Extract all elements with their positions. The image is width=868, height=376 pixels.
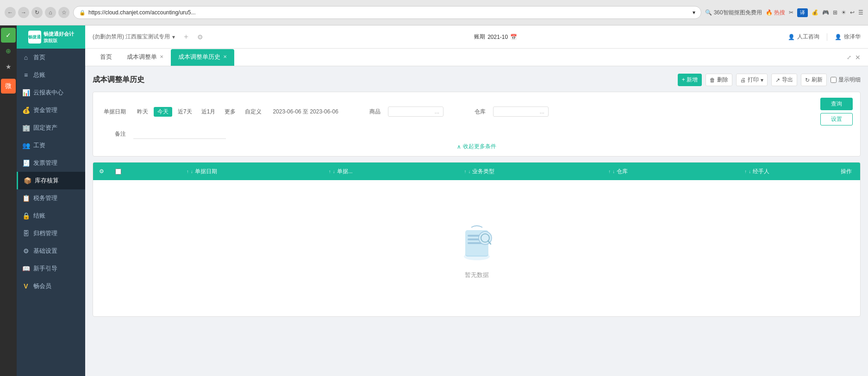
settings-gear-icon[interactable]: ⚙ — [197, 33, 203, 41]
new-btn[interactable]: + 新增 — [678, 74, 702, 86]
delete-btn[interactable]: 🗑 删除 — [706, 74, 732, 86]
company-selector[interactable]: (勿删勿禁用) 江西服宝测试专用 ▾ — [93, 33, 175, 41]
tab-maximize-icon[interactable]: ⤢ — [847, 54, 851, 61]
show-detail-label: 显示明细 — [838, 76, 861, 84]
forward-button[interactable]: → — [18, 7, 29, 18]
th-num[interactable]: ↑ ↓ 单据... — [277, 168, 404, 175]
warehouse-dots[interactable]: ... — [540, 108, 544, 115]
sidebar-item-guide[interactable]: 📖 新手引导 — [17, 260, 85, 277]
sidebar-item-invoice[interactable]: 🧾 发票管理 — [17, 154, 85, 172]
date-btn-today[interactable]: 今天 — [154, 107, 172, 117]
sidebar-item-funds[interactable]: 💰 资金管理 — [17, 101, 85, 119]
warehouse-select[interactable]: ... — [493, 107, 549, 117]
undo-tool[interactable]: ↩ — [850, 9, 855, 16]
sidebar-logo: 畅捷通 畅捷通好会计 旗舰版 — [17, 25, 85, 49]
icon-sidebar-item3[interactable]: 微 — [1, 79, 16, 94]
sidebar-item-member[interactable]: V 畅会员 — [17, 277, 85, 295]
sidebar-item-fixed[interactable]: 🏢 固定资产 — [17, 119, 85, 137]
th-date[interactable]: ↑ ↓ 单据日期 — [126, 168, 277, 175]
data-table: ⚙ ↑ ↓ 单据日期 ↑ ↓ 单据... — [93, 162, 861, 317]
th-warehouse[interactable]: ↑ ↓ 仓库 — [555, 168, 681, 175]
goods-select[interactable]: ... — [388, 107, 443, 117]
th-date-label: 单据日期 — [195, 168, 217, 175]
grid-tool[interactable]: ⊞ — [833, 9, 837, 16]
help-btn[interactable]: 👤 人工咨询 — [788, 33, 819, 41]
refresh-btn[interactable]: ↻ 刷新 — [801, 74, 827, 86]
tab-cost-adjust-history-close[interactable]: ✕ — [223, 54, 227, 59]
sidebar-item-tax[interactable]: 📋 税务管理 — [17, 189, 85, 207]
menu-tool[interactable]: ☰ — [858, 9, 863, 16]
goods-dots[interactable]: ... — [435, 108, 439, 115]
back-button[interactable]: ← — [5, 7, 16, 18]
th-handler[interactable]: ↑ ↓ 经手人 — [681, 168, 832, 175]
refresh-button[interactable]: ↻ — [31, 7, 43, 18]
divider — [827, 33, 827, 41]
sidebar-label-settings: 基础设置 — [33, 247, 57, 255]
sidebar-item-archive[interactable]: 🗄 归档管理 — [17, 225, 85, 242]
add-company-btn[interactable]: ＋ — [182, 32, 190, 42]
print-btn[interactable]: 🖨 打印 ▾ — [736, 74, 768, 86]
url-text: https://cloud.chanjet.com/accounting/uru… — [88, 9, 195, 16]
query-btn[interactable]: 查询 — [820, 98, 853, 110]
tab-cost-adjust-history[interactable]: 成本调整单历史 ✕ — [171, 49, 234, 66]
sidebar-item-ledger[interactable]: ≡ 总账 — [17, 66, 85, 84]
sidebar-item-close[interactable]: 🔒 结账 — [17, 207, 85, 225]
home-button[interactable]: ⌂ — [45, 7, 56, 18]
warehouse-filter-label: 仓库 — [460, 108, 486, 116]
hot-search[interactable]: 🔥 热搜 — [766, 9, 785, 17]
icon-sidebar-active[interactable]: ✓ — [1, 28, 16, 43]
tab-cost-adjust[interactable]: 成本调整单 ✕ — [119, 49, 171, 66]
icon-sidebar-item1[interactable]: ⊕ — [1, 44, 16, 58]
th-checkbox[interactable] — [110, 169, 126, 175]
remark-label: 备注 — [100, 130, 126, 138]
tab-home[interactable]: 首页 — [93, 49, 119, 66]
remark-input[interactable] — [133, 129, 226, 139]
archive-icon: 🗄 — [22, 230, 30, 237]
bookmark-button[interactable]: ☆ — [58, 7, 69, 18]
sidebar-label-reports: 云报表中心 — [33, 88, 63, 97]
date-btn-more[interactable]: 更多 — [221, 107, 239, 117]
sidebar-item-reports[interactable]: 📊 云报表中心 — [17, 84, 85, 101]
address-bar[interactable]: 🔒 https://cloud.chanjet.com/accounting/u… — [73, 6, 701, 19]
settings-col-icon: ⚙ — [99, 168, 104, 175]
sidebar-label-home: 首页 — [33, 53, 45, 62]
select-all-checkbox[interactable] — [115, 169, 121, 175]
tab-cost-adjust-history-label: 成本调整单历史 — [178, 53, 220, 61]
brightness-tool[interactable]: ☀ — [841, 9, 846, 16]
sidebar-label-ledger: 总账 — [33, 71, 45, 79]
th-num-sort-down: ↓ — [333, 169, 335, 174]
collapse-label: 收起更多条件 — [463, 143, 496, 150]
wallet-tool[interactable]: 💰 — [812, 9, 818, 16]
collapse-icon: ∧ — [457, 144, 461, 150]
scissors-tool[interactable]: ✂ — [789, 9, 793, 16]
query-actions: 查询 设置 — [820, 98, 853, 125]
browser-chrome: ← → ↻ ⌂ ☆ 🔒 https://cloud.chanjet.com/ac… — [0, 0, 868, 25]
sidebar-item-inventory[interactable]: 📦 库存核算 — [17, 172, 85, 189]
page-actions: + 新增 🗑 删除 🖨 打印 ▾ ↗ 导出 ↻ — [678, 74, 861, 86]
translate-tool[interactable]: 译 — [797, 8, 808, 17]
export-btn[interactable]: ↗ 导出 — [771, 74, 797, 86]
sidebar-item-settings[interactable]: ⚙ 基础设置 — [17, 242, 85, 260]
calendar-icon[interactable]: 📅 — [510, 34, 517, 40]
th-settings[interactable]: ⚙ — [93, 168, 110, 175]
date-btn-7days[interactable]: 近7天 — [174, 107, 196, 117]
collapse-btn[interactable]: ∧ 收起更多条件 — [457, 143, 496, 150]
settings-icon: ⚙ — [22, 247, 30, 255]
th-biz-type[interactable]: ↑ ↓ 业务类型 — [404, 168, 555, 175]
tab-cost-adjust-label: 成本调整单 — [127, 53, 157, 61]
sidebar-item-home[interactable]: ⌂ 首页 — [17, 49, 85, 66]
date-btn-yesterday[interactable]: 昨天 — [133, 107, 152, 117]
search-tool[interactable]: 🔍 360智能抠图免费用 — [705, 9, 762, 17]
user-btn[interactable]: 👤 徐泽华 — [835, 33, 861, 41]
date-buttons: 昨天 今天 近7天 近1月 更多 自定义 — [133, 107, 265, 117]
game-tool[interactable]: 🎮 — [822, 9, 829, 16]
date-btn-custom[interactable]: 自定义 — [241, 107, 265, 117]
icon-sidebar-item2[interactable]: ★ — [1, 59, 16, 74]
date-btn-1month[interactable]: 近1月 — [198, 107, 219, 117]
sidebar-item-salary[interactable]: 👥 工资 — [17, 137, 85, 154]
tab-close-page-icon[interactable]: ✕ — [855, 54, 861, 61]
settings-btn[interactable]: 设置 — [820, 113, 853, 125]
tab-cost-adjust-close[interactable]: ✕ — [160, 54, 163, 59]
lock-icon: 🔒 — [79, 10, 86, 16]
show-detail-checkbox[interactable] — [831, 77, 837, 83]
